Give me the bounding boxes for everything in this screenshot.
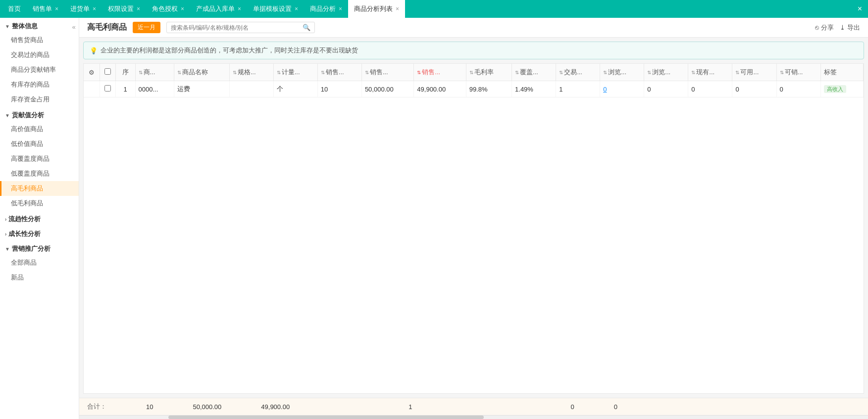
nav-tab-template[interactable]: 单据模板设置 × [247, 0, 304, 18]
th-gross-margin[interactable]: ⇅毛利率 [466, 64, 511, 81]
sidebar-group-contribution[interactable]: ▼ 贡献值分析 [0, 107, 79, 122]
nav-tab-sales-close[interactable]: × [55, 5, 58, 12]
close-all-tabs-button[interactable]: × [854, 4, 866, 13]
nav-tab-home-label: 首页 [8, 4, 21, 13]
sidebar-item-low-coverage[interactable]: 低覆盖度商品 [0, 166, 79, 181]
main-layout: « ▼ 整体信息 销售货商品 交易过的商品 商品分贡献销率 有库存的商品 库存资… [0, 18, 868, 419]
th-code[interactable]: ⇅商... [135, 64, 174, 81]
row-unit: 个 [273, 81, 317, 97]
row-gross-margin: 99.8% [466, 81, 511, 97]
nav-tab-purchase-label: 进货单 [70, 4, 90, 13]
contribution-arrow-icon: ▼ [5, 113, 10, 118]
th-coverage[interactable]: ⇅覆盖... [512, 64, 556, 81]
sidebar-item-traded-goods[interactable]: 交易过的商品 [0, 47, 79, 62]
growth-group-label: 成长性分析 [8, 230, 41, 238]
row-sales-qty: 10 [317, 81, 361, 97]
row-spec [229, 81, 273, 97]
overall-group-label: 整体信息 [12, 22, 38, 31]
share-label: 分享 [821, 23, 834, 32]
export-label: 导出 [847, 23, 860, 32]
nav-tab-analysis-label: 商品分析 [310, 4, 336, 13]
nav-tab-home[interactable]: 首页 [2, 0, 27, 18]
th-sales-qty[interactable]: ⇅销售... [317, 64, 361, 81]
th-sales-profit[interactable]: ⇅销售... [414, 64, 466, 81]
row-index: 1 [115, 81, 135, 97]
th-view1[interactable]: ⇅浏览... [600, 64, 644, 81]
sidebar-item-low-value[interactable]: 低价值商品 [0, 137, 79, 151]
th-transaction[interactable]: ⇅交易... [556, 64, 600, 81]
row-view1[interactable]: 0 [600, 81, 644, 97]
th-stock-available[interactable]: ⇅可用... [732, 64, 776, 81]
footer-sales-profit: 49,900.00 [261, 403, 290, 411]
sidebar-item-new-goods[interactable]: 新品 [0, 270, 79, 285]
header-actions: ⎋ 分享 ⤓ 导出 [815, 23, 860, 32]
nav-tab-sales-label: 销售单 [33, 4, 52, 13]
sidebar-item-high-margin[interactable]: 高毛利商品 [0, 181, 79, 196]
collapse-icon: « [72, 23, 75, 31]
row-tag: 高收入 [820, 81, 863, 97]
row-stock-sale: 0 [776, 81, 820, 97]
sidebar-item-all-goods[interactable]: 全部商品 [0, 255, 79, 270]
info-banner-text: 企业的主要的利润都是这部分商品创造的，可考虑加大推广，同时关注库存是不要出现缺货 [101, 46, 358, 55]
sidebar-item-low-margin[interactable]: 低毛利商品 [0, 196, 79, 211]
overall-arrow-icon: ▼ [5, 24, 10, 29]
nav-tab-template-label: 单据模板设置 [253, 4, 292, 13]
data-table: ⚙ 序 ⇅商... ⇅商品名称 ⇅规格... ⇅计量... ⇅销售... ⇅销售… [84, 64, 864, 97]
nav-tab-role[interactable]: 角色授权 × [146, 0, 190, 18]
nav-tab-analysis[interactable]: 商品分析 × [304, 0, 348, 18]
export-button[interactable]: ⤓ 导出 [840, 23, 860, 32]
nav-tab-role-close[interactable]: × [181, 5, 184, 12]
th-name[interactable]: ⇅商品名称 [174, 64, 230, 81]
footer-total-label: 合计： [87, 402, 106, 411]
nav-tab-purchase-close[interactable]: × [93, 5, 96, 12]
footer-transaction: 1 [408, 403, 412, 411]
sidebar-group-overall[interactable]: ▼ 整体信息 [0, 18, 79, 33]
nav-tab-product-in-close[interactable]: × [238, 5, 241, 12]
th-unit[interactable]: ⇅计量... [273, 64, 317, 81]
sidebar-group-marketing[interactable]: ▼ 营销推广分析 [0, 240, 79, 255]
nav-tab-template-close[interactable]: × [295, 5, 298, 12]
nav-tab-permission-close[interactable]: × [137, 5, 140, 12]
nav-tab-product-in[interactable]: 产成品入库单 × [190, 0, 247, 18]
row-checkbox[interactable] [100, 81, 115, 97]
select-all-checkbox[interactable] [104, 68, 111, 75]
content-area: 高毛利商品 近一月 🔍 ⎋ 分享 ⤓ 导出 💡 企业的主要的利润都是这部分商品创… [79, 18, 868, 419]
footer-sales-amount: 50,000.00 [193, 403, 221, 411]
data-table-container: ⚙ 序 ⇅商... ⇅商品名称 ⇅规格... ⇅计量... ⇅销售... ⇅销售… [83, 63, 864, 394]
row-select-checkbox[interactable] [104, 85, 111, 92]
marketing-arrow-icon: ▼ [5, 246, 10, 252]
table-header-row: ⚙ 序 ⇅商... ⇅商品名称 ⇅规格... ⇅计量... ⇅销售... ⇅销售… [84, 64, 864, 81]
th-gear[interactable]: ⚙ [84, 64, 100, 81]
flow-arrow-icon: › [5, 217, 6, 222]
nav-tab-role-label: 角色授权 [152, 4, 178, 13]
th-index: 序 [115, 64, 135, 81]
nav-tab-sales[interactable]: 销售单 × [27, 0, 64, 18]
sidebar-item-sales-goods[interactable]: 销售货商品 [0, 33, 79, 47]
export-icon: ⤓ [840, 24, 845, 31]
sidebar-item-stock-capital[interactable]: 库存资金占用 [0, 92, 79, 107]
search-input[interactable] [171, 24, 303, 31]
sidebar-item-high-coverage[interactable]: 高覆盖度商品 [0, 151, 79, 166]
th-sales-amount[interactable]: ⇅销售... [361, 64, 413, 81]
sidebar-item-contribution-rate[interactable]: 商品分贡献销率 [0, 62, 79, 77]
th-view2[interactable]: ⇅浏览... [644, 64, 688, 81]
nav-tab-analysis-list-close[interactable]: × [396, 5, 399, 12]
th-stock-current[interactable]: ⇅现有... [688, 64, 732, 81]
sidebar-item-in-stock[interactable]: 有库存的商品 [0, 77, 79, 92]
page-title: 高毛利商品 [87, 22, 127, 33]
scrollbar-thumb[interactable] [168, 416, 484, 419]
sidebar-item-high-value[interactable]: 高价值商品 [0, 122, 79, 137]
search-icon[interactable]: 🔍 [303, 24, 310, 31]
nav-tab-analysis-close[interactable]: × [339, 5, 342, 12]
horizontal-scrollbar[interactable] [79, 415, 868, 419]
sidebar-group-growth[interactable]: › 成长性分析 [0, 226, 79, 240]
filter-period-button[interactable]: 近一月 [133, 22, 160, 33]
nav-tab-purchase[interactable]: 进货单 × [64, 0, 102, 18]
sidebar-group-flow[interactable]: › 流趋性分析 [0, 211, 79, 226]
share-button[interactable]: ⎋ 分享 [815, 23, 834, 32]
nav-tab-permission[interactable]: 权限设置 × [102, 0, 146, 18]
nav-tab-analysis-list[interactable]: 商品分析列表 × [348, 0, 405, 18]
th-spec[interactable]: ⇅规格... [229, 64, 273, 81]
sidebar-collapse-button[interactable]: « [69, 22, 79, 32]
th-stock-sale[interactable]: ⇅可销... [776, 64, 820, 81]
